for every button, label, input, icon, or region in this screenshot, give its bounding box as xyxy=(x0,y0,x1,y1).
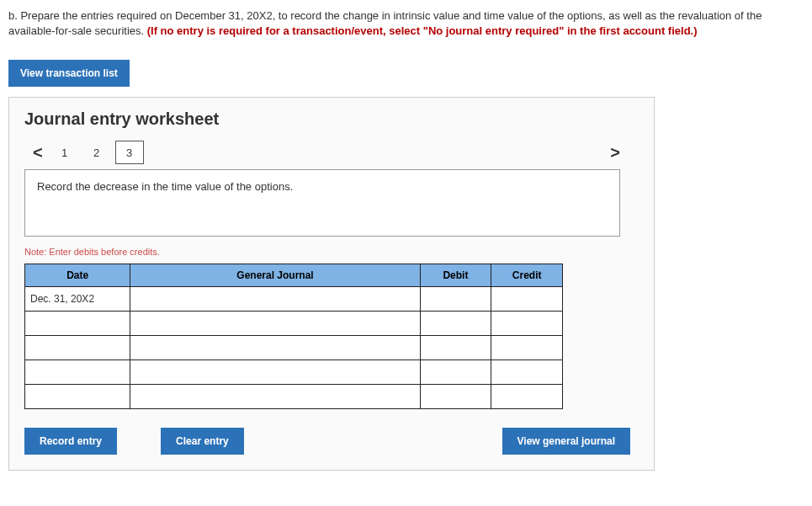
button-row: Record entry Clear entry View general jo… xyxy=(24,428,630,455)
th-credit: Credit xyxy=(491,264,563,287)
cell-debit[interactable] xyxy=(420,385,491,409)
tab-2[interactable]: 2 xyxy=(83,141,110,163)
th-date: Date xyxy=(25,264,130,287)
cell-date[interactable] xyxy=(25,336,130,360)
cell-debit[interactable] xyxy=(420,336,491,360)
th-general-journal: General Journal xyxy=(130,264,420,287)
table-row xyxy=(25,360,563,385)
cell-credit[interactable] xyxy=(491,360,563,385)
th-debit: Debit xyxy=(420,264,491,287)
cell-credit[interactable] xyxy=(491,336,563,360)
cell-debit[interactable] xyxy=(420,312,491,336)
chevron-right-icon[interactable]: > xyxy=(602,143,629,162)
cell-date[interactable] xyxy=(25,385,130,409)
question-text: b. Prepare the entries required on Decem… xyxy=(8,8,804,39)
tabs-row: < 1 2 3 > xyxy=(24,141,639,164)
table-row xyxy=(25,336,563,360)
record-entry-button[interactable]: Record entry xyxy=(24,428,117,455)
cell-date[interactable] xyxy=(25,360,130,385)
journal-entry-table: Date General Journal Debit Credit Dec. 3… xyxy=(24,264,563,409)
tab-3[interactable]: 3 xyxy=(115,141,144,164)
view-general-journal-button[interactable]: View general journal xyxy=(502,428,630,455)
question-red: (If no entry is required for a transacti… xyxy=(147,24,698,37)
view-transaction-list-button[interactable]: View transaction list xyxy=(8,60,130,87)
chevron-left-icon[interactable]: < xyxy=(24,143,51,162)
worksheet-title: Journal entry worksheet xyxy=(24,109,639,129)
cell-date[interactable]: Dec. 31, 20X2 xyxy=(25,287,130,312)
cell-credit[interactable] xyxy=(491,287,563,312)
table-row xyxy=(25,385,563,409)
cell-general-journal[interactable] xyxy=(130,336,420,360)
note-text: Note: Enter debits before credits. xyxy=(24,247,639,257)
instruction-box: Record the decrease in the time value of… xyxy=(24,169,620,237)
tab-1[interactable]: 1 xyxy=(51,141,78,163)
cell-date[interactable] xyxy=(25,312,130,336)
cell-debit[interactable] xyxy=(420,287,491,312)
cell-debit[interactable] xyxy=(420,360,491,385)
clear-entry-button[interactable]: Clear entry xyxy=(161,428,244,455)
cell-credit[interactable] xyxy=(491,312,563,336)
worksheet-panel: Journal entry worksheet < 1 2 3 > Record… xyxy=(8,97,655,471)
cell-general-journal[interactable] xyxy=(130,360,420,385)
table-row: Dec. 31, 20X2 xyxy=(25,287,563,312)
cell-credit[interactable] xyxy=(491,385,563,409)
table-row xyxy=(25,312,563,336)
cell-general-journal[interactable] xyxy=(130,287,420,312)
cell-general-journal[interactable] xyxy=(130,385,420,409)
cell-general-journal[interactable] xyxy=(130,312,420,336)
